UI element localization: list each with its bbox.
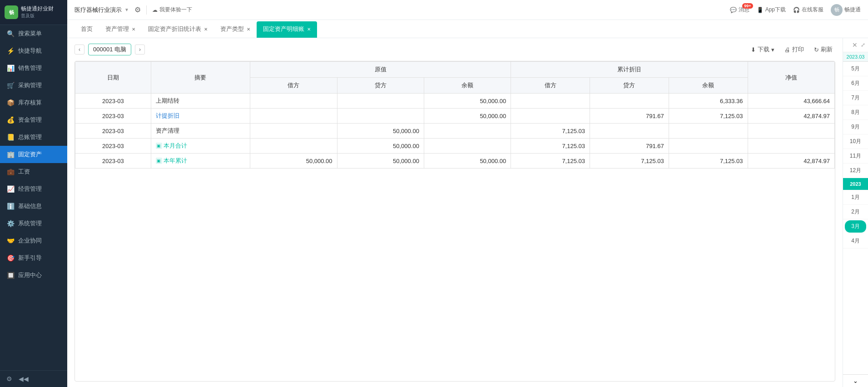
month-total-icon: ▣ bbox=[156, 143, 162, 149]
col-date: 日期 bbox=[75, 62, 151, 94]
table-row: 2023-03 资产清理 50,000.00 7,125.03 bbox=[75, 124, 835, 139]
rs-month-item[interactable]: 11月 bbox=[843, 149, 868, 164]
rs-month-item[interactable]: 12月 bbox=[843, 164, 868, 178]
refresh-label: 刷新 bbox=[821, 45, 833, 54]
tab-asset-detail-close[interactable]: ✕ bbox=[307, 27, 311, 32]
sidebar-item-system[interactable]: ⚙️ 系统管理 bbox=[0, 215, 67, 232]
company-selector[interactable]: 医疗器械行业演示 ▼ bbox=[74, 6, 129, 14]
prev-asset-button[interactable]: ‹ bbox=[74, 45, 84, 55]
rs-month-item[interactable]: 6月 bbox=[843, 76, 868, 91]
settings-bottom-icon[interactable]: ⚙ bbox=[6, 375, 12, 382]
year-total-icon: ▣ bbox=[156, 158, 162, 164]
cloud-icon: ☁ bbox=[152, 7, 158, 13]
row1-summary: 上期结转 bbox=[151, 94, 250, 109]
sidebar-label-basic-info: 基础信息 bbox=[18, 202, 42, 210]
sidebar-item-fixed-assets[interactable]: 🏢 固定资产 bbox=[0, 146, 67, 163]
app-download-button[interactable]: 📱 App下载 bbox=[757, 6, 786, 14]
username: 畅捷通 bbox=[844, 6, 861, 14]
row4-summary: ▣ 本月合计 bbox=[151, 139, 250, 154]
rs-scroll-down[interactable]: ⌄ bbox=[843, 374, 868, 387]
row4-orig-debit bbox=[250, 139, 337, 154]
sidebar-label-sales: 销售管理 bbox=[18, 64, 42, 72]
app-download-label: App下载 bbox=[765, 6, 786, 14]
message-button[interactable]: 💬 消息 99+ bbox=[730, 6, 749, 14]
sidebar-nav: 🔍 搜索菜单 ⚡ 快捷导航 📊 销售管理 🛒 采购管理 📦 库存核算 💰 资金管… bbox=[0, 25, 67, 370]
user-menu[interactable]: 畅 畅捷通 bbox=[831, 4, 861, 16]
next-asset-button[interactable]: › bbox=[135, 45, 145, 55]
right-sidebar: ✕ ⤢ 2023.03 5月 6月 7月 8月 9月 10月 11月 12月 2… bbox=[843, 38, 868, 387]
row2-orig-balance: 50,000.00 bbox=[424, 109, 511, 124]
sidebar-item-finance[interactable]: 💰 资金管理 bbox=[0, 111, 67, 129]
rs-month-item[interactable]: 9月 bbox=[843, 120, 868, 134]
print-label: 打印 bbox=[792, 45, 804, 54]
sidebar-item-guide[interactable]: 🎯 新手引导 bbox=[0, 249, 67, 267]
salary-icon: 💼 bbox=[6, 168, 15, 175]
table-row: 2023-03 上期结转 50,000.00 6,333.36 43,666.6… bbox=[75, 94, 835, 109]
rs-month-active[interactable]: 3月 bbox=[845, 220, 866, 233]
print-button[interactable]: 🖨 打印 bbox=[782, 44, 807, 55]
tab-asset-mgmt[interactable]: 资产管理 ✕ bbox=[99, 21, 142, 38]
experience-label: 我要体验一下 bbox=[159, 6, 192, 14]
rs-month-item[interactable]: 2月 bbox=[843, 205, 868, 219]
rs-close-button[interactable]: ✕ bbox=[851, 41, 859, 49]
rs-month-item[interactable]: 10月 bbox=[843, 134, 868, 149]
experience-button[interactable]: ☁ 我要体验一下 bbox=[152, 6, 192, 14]
row1-acc-debit bbox=[511, 94, 590, 109]
download-label: 下载 bbox=[758, 45, 769, 54]
sidebar-label-finance: 资金管理 bbox=[18, 116, 42, 124]
tab-asset-type-close[interactable]: ✕ bbox=[247, 27, 250, 32]
row2-acc-credit: 791.67 bbox=[590, 109, 669, 124]
table-row: 2023-03 ▣ 本月合计 50,000.00 7,125.03 bbox=[75, 139, 835, 154]
row5-acc-debit: 7,125.03 bbox=[511, 154, 590, 169]
row2-summary[interactable]: 计提折旧 bbox=[151, 109, 250, 124]
tab-depreciation-close[interactable]: ✕ bbox=[204, 27, 208, 32]
col-orig-balance: 余额 bbox=[424, 78, 511, 94]
logo-subtitle: 普及版 bbox=[21, 13, 54, 19]
sidebar-label-ops: 经营管理 bbox=[18, 185, 42, 193]
sidebar-item-inventory[interactable]: 📦 库存核算 bbox=[0, 94, 67, 111]
row5-net-value: 42,874.97 bbox=[748, 154, 834, 169]
rs-expand-icon[interactable]: ⤢ bbox=[861, 42, 865, 48]
sidebar-item-search[interactable]: 🔍 搜索菜单 bbox=[0, 25, 67, 42]
topbar-settings-icon[interactable]: ⚙ bbox=[134, 5, 141, 14]
sidebar-item-sales[interactable]: 📊 销售管理 bbox=[0, 60, 67, 77]
download-button[interactable]: ⬇ 下载 ▾ bbox=[748, 44, 777, 55]
sidebar-item-app-center[interactable]: 🔲 应用中心 bbox=[0, 267, 67, 284]
sidebar-item-salary[interactable]: 💼 工资 bbox=[0, 163, 67, 180]
rs-month-item[interactable]: 5月 bbox=[843, 62, 868, 76]
tab-asset-mgmt-close[interactable]: ✕ bbox=[132, 27, 135, 32]
collapse-icon[interactable]: ◀◀ bbox=[19, 375, 29, 382]
tab-depreciation-stats[interactable]: 固定资产折旧统计表 ✕ bbox=[142, 21, 214, 38]
rs-month-item[interactable]: 7月 bbox=[843, 91, 868, 105]
building-icon: 🏢 bbox=[6, 151, 15, 158]
sidebar-item-purchase[interactable]: 🛒 采购管理 bbox=[0, 77, 67, 94]
rs-month-item[interactable]: 1月 bbox=[843, 190, 868, 205]
rs-month-item[interactable]: 4月 bbox=[843, 234, 868, 248]
row4-orig-balance bbox=[424, 139, 511, 154]
online-support-button[interactable]: 🎧 在线客服 bbox=[793, 6, 823, 14]
logo-title: 畅捷通好业财 bbox=[21, 5, 54, 13]
row3-summary: 资产清理 bbox=[151, 124, 250, 139]
sidebar-item-basic-info[interactable]: ℹ️ 基础信息 bbox=[0, 198, 67, 215]
col-original-value: 原值 bbox=[250, 62, 511, 78]
refresh-button[interactable]: ↻ 刷新 bbox=[811, 44, 835, 55]
sidebar-item-quick-nav[interactable]: ⚡ 快捷导航 bbox=[0, 42, 67, 60]
tab-home[interactable]: 首页 bbox=[74, 21, 99, 38]
message-badge: 99+ bbox=[742, 3, 753, 9]
tab-asset-detail[interactable]: 固定资产明细账 ✕ bbox=[257, 21, 317, 38]
tab-asset-type[interactable]: 资产类型 ✕ bbox=[214, 21, 257, 38]
tab-depreciation-label: 固定资产折旧统计表 bbox=[148, 25, 201, 33]
refresh-icon: ↻ bbox=[814, 46, 819, 53]
sidebar-item-enterprise[interactable]: 🤝 企业协同 bbox=[0, 232, 67, 249]
print-icon: 🖨 bbox=[784, 46, 790, 53]
sidebar-item-ledger[interactable]: 📒 总账管理 bbox=[0, 129, 67, 146]
table-row: 2023-03 计提折旧 50,000.00 791.67 7,125.03 4… bbox=[75, 109, 835, 124]
headset-icon: 🎧 bbox=[793, 7, 800, 13]
sidebar-label-search: 搜索菜单 bbox=[18, 30, 42, 38]
rs-month-item[interactable]: 8月 bbox=[843, 105, 868, 120]
sidebar-label-ledger: 总账管理 bbox=[18, 133, 42, 141]
logo-icon: 畅 bbox=[5, 5, 18, 19]
sidebar-item-ops[interactable]: 📈 经营管理 bbox=[0, 180, 67, 198]
download-dropdown-icon: ▾ bbox=[771, 46, 774, 53]
row2-acc-balance: 7,125.03 bbox=[669, 109, 748, 124]
